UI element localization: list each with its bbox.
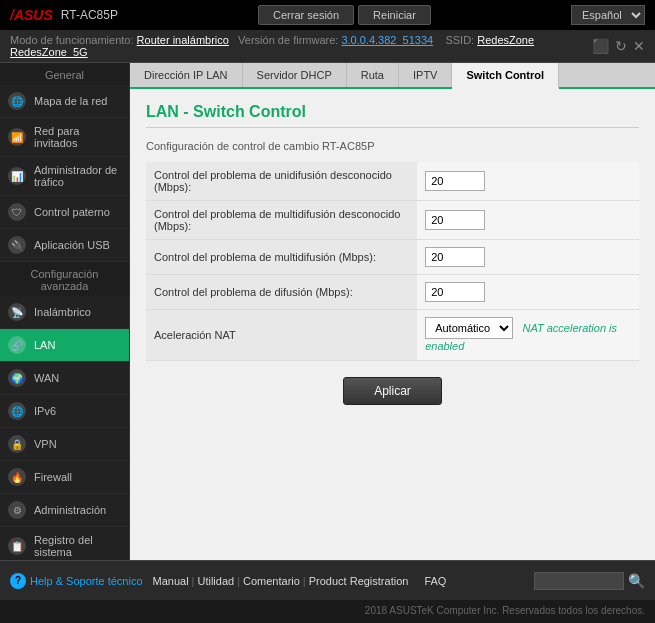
product-reg-link[interactable]: Product Registration [309,575,409,587]
traffic-manager-icon: 📊 [8,167,26,185]
copyright-bar: 2018 ASUSTeK Computer Inc. Reservados to… [0,600,655,620]
ssid-value1: RedesZone [477,34,534,46]
sep-2: | [234,575,243,587]
sidebar-item-system-log[interactable]: 📋 Registro del sistema [0,527,129,560]
sidebar-label-firewall: Firewall [34,471,72,483]
tab-ip-lan[interactable]: Dirección IP LAN [130,63,243,87]
field-value-1 [417,201,639,240]
faq-label[interactable]: FAQ [424,575,446,587]
field-value-3 [417,275,639,310]
footer-search: 🔍 [534,572,645,590]
wireless-icon: 📡 [8,303,26,321]
table-row-3: Control del problema de difusión (Mbps): [146,275,639,310]
field-value-2 [417,240,639,275]
firmware-value[interactable]: 3.0.0.4.382_51334 [341,34,433,46]
page-title: LAN - Switch Control [146,103,639,128]
field-label-1: Control del problema de multidifusión de… [146,201,417,240]
wan-icon: 🌍 [8,369,26,387]
ipv6-icon: 🌐 [8,402,26,420]
sidebar-item-administration[interactable]: ⚙ Administración [0,494,129,527]
close-session-button[interactable]: Cerrar sesión [258,5,354,25]
field-input-0[interactable] [425,171,485,191]
network-map-icon: 🌐 [8,92,26,110]
nat-select[interactable]: Automático [425,317,513,339]
table-row-0: Control del problema de unidifusión desc… [146,162,639,201]
sidebar-label-lan: LAN [34,339,55,351]
status-icon-1[interactable]: ⬛ [592,38,609,54]
utility-link[interactable]: Utilidad [197,575,234,587]
sidebar: General 🌐 Mapa de la red 📶 Red para invi… [0,63,130,560]
vpn-icon: 🔒 [8,435,26,453]
system-log-icon: 📋 [8,537,26,555]
content-area: Dirección IP LAN Servidor DHCP Ruta IPTV… [130,63,655,560]
sidebar-item-wireless[interactable]: 📡 Inalámbrico [0,296,129,329]
help-support-link[interactable]: ? Help & Soporte técnico [10,573,143,589]
sep-1: | [189,575,198,587]
sidebar-label-administration: Administración [34,504,106,516]
status-icon-2[interactable]: ↻ [615,38,627,54]
sidebar-item-wan[interactable]: 🌍 WAN [0,362,129,395]
footer: ? Help & Soporte técnico Manual | Utilid… [0,560,655,600]
sidebar-item-usb-app[interactable]: 🔌 Aplicación USB [0,229,129,262]
form-table: Control del problema de unidifusión desc… [146,162,639,361]
sidebar-item-lan[interactable]: 🔗 LAN [0,329,129,362]
tab-iptv[interactable]: IPTV [399,63,452,87]
section-subtitle: Configuración de control de cambio RT-AC… [146,140,639,152]
sidebar-item-network-map[interactable]: 🌐 Mapa de la red [0,85,129,118]
general-section-title: General [0,63,129,85]
restart-button[interactable]: Reiniciar [358,5,431,25]
table-row-2: Control del problema de multidifusión (M… [146,240,639,275]
field-input-3[interactable] [425,282,485,302]
model-name: RT-AC85P [61,8,118,22]
mode-label: Modo de funcionamiento: [10,34,134,46]
sidebar-item-vpn[interactable]: 🔒 VPN [0,428,129,461]
sidebar-label-usb-app: Aplicación USB [34,239,110,251]
sidebar-label-parental-control: Control paterno [34,206,110,218]
status-icon-3[interactable]: ✕ [633,38,645,54]
field-input-1[interactable] [425,210,485,230]
apply-button[interactable]: Aplicar [343,377,442,405]
tab-switch-control[interactable]: Switch Control [452,63,559,89]
page-content: LAN - Switch Control Configuración de co… [130,89,655,560]
parental-control-icon: 🛡 [8,203,26,221]
field-label-0: Control del problema de unidifusión desc… [146,162,417,201]
copyright-text: 2018 ASUSTeK Computer Inc. Reservados to… [365,605,645,616]
ssid-value2: RedesZone_5G [10,46,88,58]
nat-controls: Automático NAT acceleration is enabled [417,310,639,361]
manual-link[interactable]: Manual [153,575,189,587]
sidebar-item-traffic-manager[interactable]: 📊 Administrador de tráfico [0,157,129,196]
lan-icon: 🔗 [8,336,26,354]
footer-search-input[interactable] [534,572,624,590]
sep-3: | [300,575,309,587]
firewall-icon: 🔥 [8,468,26,486]
logo-area: /ASUS RT-AC85P [10,7,118,23]
language-select[interactable]: Español [571,5,645,25]
table-row-1: Control del problema de multidifusión de… [146,201,639,240]
sidebar-label-wireless: Inalámbrico [34,306,91,318]
field-label-3: Control del problema de difusión (Mbps): [146,275,417,310]
sidebar-item-parental-control[interactable]: 🛡 Control paterno [0,196,129,229]
tabs: Dirección IP LAN Servidor DHCP Ruta IPTV… [130,63,655,89]
main-layout: General 🌐 Mapa de la red 📶 Red para invi… [0,63,655,560]
tab-dhcp-server[interactable]: Servidor DHCP [243,63,347,87]
status-icons: ⬛ ↻ ✕ [592,38,645,54]
comment-link[interactable]: Comentario [243,575,300,587]
search-icon[interactable]: 🔍 [628,573,645,589]
sidebar-item-ipv6[interactable]: 🌐 IPv6 [0,395,129,428]
ssid-label: SSID: [445,34,474,46]
mode-value[interactable]: Router inalámbrico [137,34,229,46]
sidebar-label-wan: WAN [34,372,59,384]
sidebar-label-ipv6: IPv6 [34,405,56,417]
help-icon: ? [10,573,26,589]
tab-route[interactable]: Ruta [347,63,399,87]
field-input-2[interactable] [425,247,485,267]
usb-app-icon: 🔌 [8,236,26,254]
administration-icon: ⚙ [8,501,26,519]
sidebar-label-traffic-manager: Administrador de tráfico [34,164,121,188]
field-value-0 [417,162,639,201]
field-label-2: Control del problema de multidifusión (M… [146,240,417,275]
sidebar-item-firewall[interactable]: 🔥 Firewall [0,461,129,494]
sidebar-label-network-map: Mapa de la red [34,95,107,107]
status-text: Modo de funcionamiento: Router inalámbri… [10,34,592,58]
sidebar-item-guest-network[interactable]: 📶 Red para invitados [0,118,129,157]
